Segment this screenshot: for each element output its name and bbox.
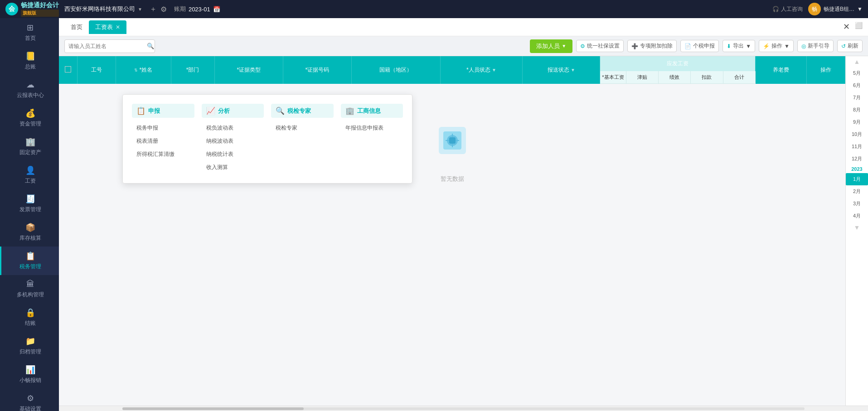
cal-nav-down[interactable]: ▼ <box>852 222 862 233</box>
menu-item-income-calc[interactable]: 收入测算 <box>202 161 264 174</box>
cal-month-6[interactable]: 6月 <box>846 79 868 92</box>
home-icon: ⊞ <box>27 23 34 33</box>
th-idno-label: *证据号码 <box>305 67 330 73</box>
menu-item-tax-declaration[interactable]: 税务申报 <box>132 121 194 135</box>
sidebar-item-home[interactable]: ⊞ 首页 <box>0 18 59 47</box>
main-layout: ⊞ 首页 📒 总账 ☁ 云报表中心 💰 资金管理 🏢 固定资产 👤 工资 🧾 发… <box>0 18 868 411</box>
window-resize-btn[interactable]: ⬜ <box>855 22 863 29</box>
content-area: 首页 工资表 ✕ ✕ ⬜ 🔍 添加人员 ▼ ⚙ 统一社保设置 ➕ 专项附加扣 <box>59 18 868 411</box>
th-op: 操作 <box>806 56 845 84</box>
sidebar: ⊞ 首页 📒 总账 ☁ 云报表中心 💰 资金管理 🏢 固定资产 👤 工资 🧾 发… <box>0 18 59 411</box>
company-selector[interactable]: 西安虾米网络科技有限公司 ▼ <box>64 5 142 13</box>
sidebar-item-assets[interactable]: 🏢 固定资产 <box>0 132 59 161</box>
service-btn[interactable]: 🎧 人工咨询 <box>772 5 803 13</box>
export-label: 导出 <box>733 42 744 50</box>
archive-icon: 📁 <box>25 336 35 346</box>
add-person-button[interactable]: 添加人员 ▼ <box>530 39 572 53</box>
sidebar-item-ledger[interactable]: 📒 总账 <box>0 47 59 75</box>
sidebar-item-report[interactable]: 📊 小畅报销 <box>0 360 59 389</box>
menu-section-tax-expert: 🔍 税检专家 税检专家 <box>267 100 337 178</box>
th-performance: 绩效 <box>658 71 690 84</box>
sidebar-item-close[interactable]: 🔒 结账 <box>0 303 59 332</box>
business-section-title: 工商信息 <box>357 107 381 115</box>
social-insurance-btn[interactable]: ⚙ 统一社保设置 <box>576 40 624 52</box>
personal-tax-btn[interactable]: 📄 个税申报 <box>680 40 719 52</box>
search-input[interactable] <box>64 39 155 53</box>
scroll-thumb[interactable] <box>122 407 304 410</box>
select-all-checkbox[interactable] <box>65 66 71 73</box>
th-name-label: *姓名 <box>140 67 153 73</box>
export-btn[interactable]: ⬇ 导出 ▼ <box>723 40 755 52</box>
th-name: ⇅ *姓名 <box>116 56 171 84</box>
cal-month-10[interactable]: 10月 <box>846 128 868 140</box>
top-bar-right: 🎧 人工咨询 畅 畅捷通B组… ▼ <box>772 3 863 15</box>
cal-month-8[interactable]: 8月 <box>846 104 868 116</box>
cal-month-11[interactable]: 11月 <box>846 140 868 153</box>
filter-status-icon[interactable]: ▼ <box>492 68 496 73</box>
analysis-section-title: 分析 <box>218 107 230 115</box>
sidebar-item-funds[interactable]: 💰 资金管理 <box>0 104 59 132</box>
menu-grid: 📋 申报 税务申报 税表清册 所得税汇算清缴 📈 分析 税负波动表 <box>128 100 407 178</box>
th-checkbox[interactable] <box>59 56 77 84</box>
menu-item-annual-report[interactable]: 年报信息申报表 <box>341 121 403 135</box>
cal-month-1[interactable]: 1月 <box>846 173 868 185</box>
operation-icon: ⚡ <box>763 43 770 49</box>
sidebar-item-settings[interactable]: ⚙ 基础设置 <box>0 389 59 411</box>
cal-month-9[interactable]: 9月 <box>846 116 868 128</box>
sidebar-item-salary[interactable]: 👤 工资 <box>0 161 59 189</box>
tab-home[interactable]: 首页 <box>64 20 89 34</box>
menu-item-tax-expert[interactable]: 税检专家 <box>271 121 334 135</box>
menu-item-tax-stats[interactable]: 纳税统计表 <box>202 148 264 161</box>
user-name: 畅捷通B组… <box>824 5 854 13</box>
sidebar-label-multi: 多机构管理 <box>17 291 44 299</box>
guide-btn[interactable]: ◎ 新手引导 <box>797 40 834 52</box>
sidebar-item-tax[interactable]: 📋 税务管理 <box>0 247 59 275</box>
empty-icon <box>430 120 475 169</box>
settings-icon[interactable]: ⚙ <box>160 5 167 14</box>
refresh-icon: ↺ <box>841 43 846 49</box>
search-icon[interactable]: 🔍 <box>147 43 154 49</box>
cal-month-4[interactable]: 4月 <box>846 210 868 222</box>
tab-close-icon[interactable]: ✕ <box>116 24 120 30</box>
user-chevron-icon: ▼ <box>857 6 863 12</box>
sidebar-item-archive[interactable]: 📁 归档管理 <box>0 332 59 360</box>
menu-section-declaration: 📋 申报 税务申报 税表清册 所得税汇算清缴 <box>128 100 198 178</box>
sidebar-item-inventory[interactable]: 📦 库存核算 <box>0 218 59 247</box>
cal-month-7[interactable]: 7月 <box>846 92 868 104</box>
cal-month-5[interactable]: 5月 <box>846 67 868 79</box>
period-value: 2023-01 <box>189 6 210 13</box>
sidebar-item-multi[interactable]: 🏛 多机构管理 <box>0 275 59 303</box>
declaration-section-title: 申报 <box>148 107 160 115</box>
sidebar-label-invoice: 发票管理 <box>19 206 41 213</box>
menu-item-tax-payment[interactable]: 纳税波动表 <box>202 135 264 148</box>
operation-btn[interactable]: ⚡ 操作 ▼ <box>759 40 794 52</box>
menu-item-tax-burden[interactable]: 税负波动表 <box>202 121 264 135</box>
cal-month-12[interactable]: 12月 <box>846 153 868 165</box>
tab-salary-table[interactable]: 工资表 ✕ <box>89 20 126 34</box>
user-info[interactable]: 畅 畅捷通B组… ▼ <box>808 3 863 15</box>
analysis-section-icon: 📈 <box>206 106 215 115</box>
table-header-row: 工号 ⇅ *姓名 *部门 *证据类型 *证据号码 国籍（地区） *人员状态 ▼ … <box>59 56 845 71</box>
personal-tax-label: 个税申报 <box>693 42 715 50</box>
menu-item-income-tax[interactable]: 所得税汇算清缴 <box>132 148 194 161</box>
menu-item-tax-table[interactable]: 税表清册 <box>132 135 194 148</box>
cal-month-3[interactable]: 3月 <box>846 198 868 210</box>
refresh-btn[interactable]: ↺ 刷新 <box>837 40 863 52</box>
filter-report-icon[interactable]: ▼ <box>571 68 575 73</box>
calendar-icon[interactable]: 📅 <box>213 6 220 13</box>
inventory-icon: 📦 <box>25 222 35 232</box>
window-close-btn[interactable]: ✕ <box>843 22 850 32</box>
sidebar-item-cloud[interactable]: ☁ 云报表中心 <box>0 75 59 104</box>
cal-month-2[interactable]: 2月 <box>846 185 868 198</box>
close-period-icon: 🔒 <box>25 308 35 318</box>
th-allowance: 津贴 <box>626 71 658 84</box>
cal-nav-up[interactable]: ▲ <box>852 56 862 67</box>
report-icon: 📊 <box>25 365 35 375</box>
salary-icon: 👤 <box>25 165 35 175</box>
sidebar-item-invoice[interactable]: 🧾 发票管理 <box>0 189 59 218</box>
add-company-btn[interactable]: ＋ <box>150 5 157 14</box>
sort-name-icon[interactable]: ⇅ <box>134 68 138 73</box>
special-deduct-btn[interactable]: ➕ 专项附加扣除 <box>627 40 677 52</box>
menu-section-business: 🏢 工商信息 年报信息申报表 <box>337 100 407 178</box>
sidebar-label-assets: 固定资产 <box>19 149 41 156</box>
